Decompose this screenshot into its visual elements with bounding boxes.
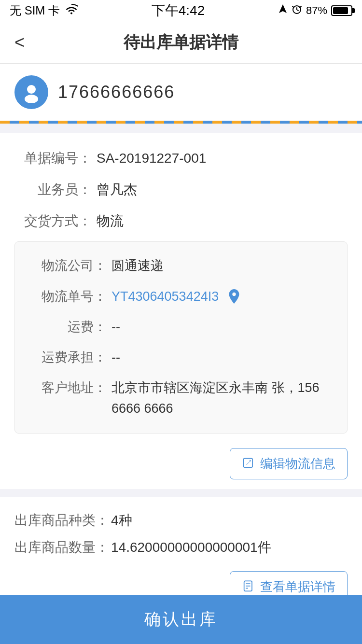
user-phone: 17666666666 <box>58 82 175 102</box>
status-left: 无 SIM 卡 <box>10 3 78 18</box>
goods-quantity-row: 出库商品数量： 14.62000000000000001件 <box>14 538 348 557</box>
confirm-button-label: 确认出库 <box>144 610 218 628</box>
goods-types-label: 出库商品种类： <box>14 511 111 530</box>
user-header: 17666666666 <box>0 64 362 121</box>
document-number-label: 单据编号： <box>14 148 92 169</box>
address-row: 客户地址： 北京市市辖区海淀区永丰南 张，156 6666 6666 <box>29 378 333 419</box>
logistics-tracking-label: 物流单号： <box>29 286 107 307</box>
document-number-value: SA-20191227-001 <box>97 148 348 169</box>
freight-bear-value: -- <box>111 347 333 368</box>
svg-point-2 <box>25 95 38 103</box>
confirm-button[interactable]: 确认出库 <box>0 595 362 644</box>
wifi-icon <box>65 4 78 17</box>
logistics-tracking-value: YT43064053424I3 <box>111 286 333 307</box>
salesman-label: 业务员： <box>14 179 92 201</box>
freight-value: -- <box>111 317 333 337</box>
freight-bear-label: 运费承担： <box>29 347 107 368</box>
salesman-row: 业务员： 曾凡杰 <box>14 179 348 201</box>
nav-bar: < 待出库单据详情 <box>0 21 362 64</box>
edit-button-row: 编辑物流信息 <box>0 448 362 489</box>
salesman-value: 曾凡杰 <box>97 179 348 201</box>
dashed-divider <box>0 121 362 124</box>
goods-quantity-label: 出库商品数量： <box>14 538 111 557</box>
svg-point-1 <box>27 85 36 94</box>
status-right: 87% <box>278 3 352 18</box>
battery-icon <box>331 5 352 16</box>
edit-logistics-button[interactable]: 编辑物流信息 <box>230 448 348 479</box>
map-pin-icon[interactable] <box>225 288 243 305</box>
freight-bear-row: 运费承担： -- <box>29 347 333 368</box>
address-label: 客户地址： <box>29 378 107 398</box>
goods-section: 出库商品种类： 4种 出库商品数量： 14.62000000000000001件 <box>0 497 362 571</box>
page-title: 待出库单据详情 <box>124 31 238 54</box>
status-bar: 无 SIM 卡 下午4:42 <box>0 0 362 21</box>
logistics-company-value: 圆通速递 <box>111 255 333 276</box>
logistics-company-row: 物流公司： 圆通速递 <box>29 255 333 276</box>
goods-quantity-value: 14.62000000000000001件 <box>111 538 271 557</box>
battery-label: 87% <box>306 4 327 17</box>
delivery-label: 交货方式： <box>14 210 92 232</box>
carrier-label: 无 SIM 卡 <box>10 3 60 18</box>
document-icon <box>242 580 255 593</box>
delivery-value: 物流 <box>97 210 348 232</box>
section-divider <box>0 489 362 497</box>
freight-row: 运费： -- <box>29 317 333 337</box>
freight-label: 运费： <box>29 317 107 337</box>
logistics-company-label: 物流公司： <box>29 255 107 276</box>
delivery-row: 交货方式： 物流 <box>14 210 348 232</box>
location-status-icon <box>278 3 288 18</box>
document-number-row: 单据编号： SA-20191227-001 <box>14 148 348 169</box>
address-value: 北京市市辖区海淀区永丰南 张，156 6666 6666 <box>111 378 333 419</box>
back-button[interactable]: < <box>14 32 43 53</box>
logistics-card: 物流公司： 圆通速递 物流单号： YT43064053424I3 运费： -- … <box>14 241 348 433</box>
logistics-tracking-row: 物流单号： YT43064053424I3 <box>29 286 333 307</box>
avatar <box>14 75 48 109</box>
goods-types-value: 4种 <box>111 511 132 530</box>
edit-icon <box>242 457 255 470</box>
document-info-section: 单据编号： SA-20191227-001 业务员： 曾凡杰 交货方式： 物流 … <box>0 133 362 448</box>
alarm-icon <box>292 4 302 17</box>
time-label: 下午4:42 <box>152 1 205 20</box>
goods-types-row: 出库商品种类： 4种 <box>14 511 348 530</box>
